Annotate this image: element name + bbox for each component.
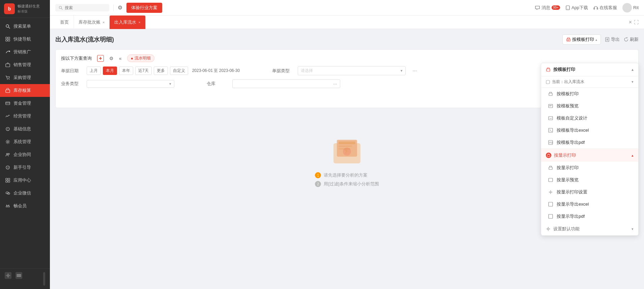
template-preview-icon [548, 103, 553, 109]
app-download-btn[interactable]: App下载 [565, 5, 588, 11]
sidebar-item-sales[interactable]: 销售管理 [0, 58, 50, 71]
dropdown-header-label: 按模板打印 [553, 67, 575, 73]
sidebar-item-inventory[interactable]: 库存核算 [0, 84, 50, 97]
svg-rect-5 [8, 40, 10, 41]
svg-text:PDF: PDF [549, 141, 553, 144]
sidebar-item-appcenter[interactable]: 应用中心 [0, 174, 50, 187]
svg-rect-63 [549, 178, 553, 182]
close-flow-tab-icon[interactable]: × [138, 20, 140, 24]
template-section: 按模板打印 按模板预览 模板自定义设计 [541, 88, 638, 149]
date-btn-last-month[interactable]: 上月 [87, 67, 101, 75]
business-type-select[interactable]: ▾ [87, 80, 174, 88]
svg-rect-65 [549, 202, 553, 206]
tab-home[interactable]: 首页 [55, 16, 74, 29]
sidebar-item-label: 资金管理 [13, 100, 31, 106]
svg-rect-23 [6, 181, 7, 182]
collapse-sidebar-btn[interactable] [16, 272, 22, 279]
sidebar-item-marketing[interactable]: 营销推广 [0, 46, 50, 58]
print-dropdown-panel: 按模板打印 ▴ 当前：出入库流水 ▾ 按模板打印 [541, 63, 639, 236]
display-preview-icon [548, 177, 553, 183]
sidebar-item-operation[interactable]: 经营管理 [0, 110, 50, 123]
sidebar: b 畅捷通好生意 标准版 搜索菜单 快捷导航 营销推广 [0, 0, 50, 289]
page-content: 出入库流水(流水明细) 按模板打印 ▴ 导出 刷新 按以 [50, 29, 644, 289]
sidebar-item-label: 营销推广 [13, 49, 31, 55]
tab-flow[interactable]: 出入库流水 × [110, 16, 145, 29]
date-btn-this-year[interactable]: 本年 [119, 67, 133, 75]
display-section-header[interactable]: 按显示打印 ▴ [541, 149, 638, 162]
sidebar-item-system[interactable]: 系统管理 [0, 135, 50, 148]
empty-step-2: 2 用[过滤]条件来缩小分析范围 [315, 181, 379, 187]
sidebar-item-purchase[interactable]: 采购管理 [0, 71, 50, 84]
svg-rect-2 [6, 37, 7, 39]
message-btn[interactable]: 消息 99+ [535, 5, 560, 11]
sales-icon [5, 62, 11, 68]
display-excel-item[interactable]: 按显示导出excel [541, 198, 638, 210]
filter-tag: ● 流水明细 [127, 54, 154, 62]
print-template-btn[interactable]: 按模板打印 ▴ [562, 34, 601, 45]
display-preview-item[interactable]: 按显示预览 [541, 174, 638, 186]
date-range-display: 2023-06-01 至 2023-06-30 [192, 68, 240, 74]
tab-batch[interactable]: 库存批次账 × [74, 16, 110, 29]
user-name: Rit [633, 5, 639, 10]
refresh-btn[interactable]: 刷新 [624, 36, 639, 43]
tab-window-controls: × ⛶ [629, 19, 639, 25]
sidebar-item-guide[interactable]: ? 新手引导 [0, 161, 50, 174]
template-print-item[interactable]: 按模板打印 [541, 88, 638, 100]
industry-btn[interactable]: 体验行业方案 [126, 3, 162, 13]
purchase-icon [5, 75, 11, 81]
sidebar-item-wechat[interactable]: 企业微信 [0, 187, 50, 200]
maximize-window-icon[interactable]: ⛶ [634, 20, 639, 25]
sidebar-item-quicknav[interactable]: 快捷导航 [0, 33, 50, 46]
display-settings-item[interactable]: 按显示打印设置 [541, 186, 638, 198]
topbar-search-box[interactable] [55, 4, 109, 11]
dropdown-footer[interactable]: 设置默认功能 ▾ [541, 222, 638, 235]
export-btn[interactable]: 导出 [605, 36, 620, 43]
dropdown-header[interactable]: 按模板打印 ▴ [541, 63, 638, 76]
search-icon [5, 23, 11, 29]
more-options-icon[interactable]: ··· [412, 68, 417, 74]
add-filter-btn[interactable]: + [97, 55, 104, 62]
svg-point-64 [550, 191, 551, 193]
online-service-btn[interactable]: 在线客服 [593, 5, 617, 11]
message-icon [535, 5, 540, 10]
sidebar-item-finance[interactable]: 资金管理 [0, 97, 50, 110]
date-btn-this-month[interactable]: 本月 [103, 67, 117, 75]
settings-footer-btn[interactable] [5, 272, 11, 279]
svg-rect-22 [8, 178, 10, 180]
sidebar-item-label: 系统管理 [13, 139, 31, 145]
template-excel-item[interactable]: 按模板导出excel [541, 124, 638, 136]
sidebar-item-label: 搜索菜单 [13, 23, 31, 29]
user-avatar[interactable]: Rit [622, 3, 639, 12]
sidebar-item-basic[interactable]: 基础信息 [0, 123, 50, 135]
svg-rect-38 [567, 40, 569, 40]
type-filter-label: 单据类型 [272, 68, 292, 74]
template-custom-item[interactable]: 模板自定义设计 [541, 112, 638, 124]
display-pdf-icon [548, 214, 553, 219]
warehouse-select[interactable]: ··· [232, 79, 340, 88]
topbar-search-input[interactable] [65, 5, 98, 10]
close-batch-tab-icon[interactable]: × [103, 20, 105, 24]
footer-settings-icon [546, 227, 551, 231]
display-pdf-item[interactable]: 按显示导出pdf [541, 210, 638, 222]
filter-settings-btn[interactable]: ⚙ [109, 56, 114, 61]
date-btn-more[interactable]: 更多 [154, 67, 168, 75]
filter-collapse-btn[interactable]: « [119, 56, 122, 61]
type-select[interactable]: 请选择 ▾ [298, 66, 406, 75]
template-pdf-item[interactable]: PDF 按模板导出pdf [541, 136, 638, 149]
svg-point-6 [9, 51, 10, 52]
svg-rect-62 [549, 167, 552, 169]
date-btn-custom[interactable]: 自定义 [170, 67, 188, 75]
sidebar-item-vip[interactable]: 畅会员 [0, 200, 50, 212]
template-preview-item[interactable]: 按模板预览 [541, 100, 638, 112]
sidebar-item-search[interactable]: 搜索菜单 [0, 20, 50, 33]
template-print-icon [548, 91, 553, 97]
settings-icon-topbar[interactable]: ⚙ [118, 4, 122, 11]
display-print-item[interactable]: 按显示打印 [541, 162, 638, 174]
warehouse-more-icon[interactable]: ··· [333, 81, 337, 86]
sidebar-scroll-thumb[interactable] [43, 272, 45, 286]
svg-rect-39 [567, 41, 569, 41]
sidebar-item-label: 采购管理 [13, 75, 31, 81]
date-btn-7days[interactable]: 近7天 [135, 67, 152, 75]
sidebar-item-collab[interactable]: 企业协同 [0, 148, 50, 161]
close-window-icon[interactable]: × [629, 19, 632, 25]
